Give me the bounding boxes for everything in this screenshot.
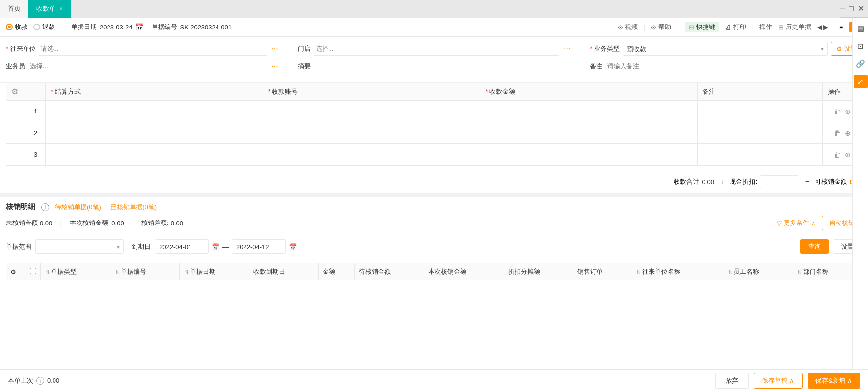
row2-copy-icon[interactable]: ⊕ — [845, 129, 851, 137]
print-action[interactable]: 🖨 打印 — [725, 23, 746, 31]
radio-refund-circle — [33, 24, 40, 30]
row1-amount-cell[interactable] — [480, 101, 698, 122]
restore-icon[interactable]: □ — [849, 4, 854, 13]
bt-settings-gear-icon[interactable]: ⚙ — [10, 268, 16, 276]
history-icon: ⊞ — [778, 24, 784, 31]
hexiao-title: 核销明细 — [6, 202, 35, 212]
bt-select-all-checkbox[interactable] — [30, 268, 36, 274]
minimize-icon[interactable]: ─ — [840, 4, 845, 13]
bt-col-amount-label: 金额 — [323, 268, 335, 275]
operations-label: 操作 — [760, 23, 772, 31]
row2-amount-cell[interactable] — [480, 122, 698, 144]
staff-ellipsis-icon[interactable]: ··· — [271, 62, 278, 71]
nav-next-icon[interactable]: ▶ — [823, 23, 829, 31]
col-settings-header[interactable]: ⚙ — [6, 83, 26, 101]
row3-delete-icon[interactable]: 🗑 — [834, 151, 841, 159]
radio-receive[interactable]: 收款 — [6, 23, 27, 31]
date-calendar-to-icon[interactable]: 📅 — [289, 243, 297, 251]
remark-field: 备注 — [590, 59, 862, 73]
sidebar-icon-link[interactable]: 🔗 — [854, 57, 868, 71]
row1-copy-icon[interactable]: ⊕ — [845, 108, 851, 115]
radio-refund[interactable]: 退款 — [33, 23, 55, 31]
store-input[interactable] — [314, 42, 559, 56]
col-settlement-header: 结算方式 — [46, 83, 263, 101]
save-draft-button[interactable]: 保存草稿 ∧ — [754, 373, 803, 389]
sidebar-icon-expand[interactable]: ⤢ — [854, 75, 868, 88]
abandon-button[interactable]: 放弃 — [715, 373, 749, 389]
nav-prev-icon[interactable]: ◀ — [817, 23, 822, 31]
row3-amount-cell[interactable] — [480, 144, 698, 166]
row2-remark-cell[interactable] — [698, 122, 823, 144]
discount-input[interactable] — [760, 175, 799, 188]
form-section: 往来单位 ··· 门店 ··· 业务类型 预收款 ▼ — [0, 37, 868, 83]
counterpart-ellipsis-icon[interactable]: ··· — [271, 44, 278, 53]
row2-account-cell[interactable] — [263, 122, 480, 144]
shortcut-label: 快捷键 — [696, 23, 715, 31]
discount-field: 现金折扣: — [730, 175, 799, 188]
shortcut-action[interactable]: ⊟ 快捷键 — [685, 22, 719, 32]
tab-active[interactable]: 收款单 × — [28, 0, 71, 18]
doc-date-calendar-icon[interactable]: 📅 — [136, 23, 144, 31]
counterpart-label: 往来单位 — [6, 44, 36, 53]
sidebar-icon-grid[interactable]: ⊡ — [854, 39, 868, 53]
form-row-2: 业务员 ··· 摘要 备注 — [6, 59, 862, 73]
close-window-icon[interactable]: ✕ — [858, 4, 864, 13]
total-value: 0.00 — [702, 178, 714, 186]
row3-settings-cell — [6, 144, 26, 166]
remark-input[interactable] — [605, 59, 862, 73]
help-action[interactable]: ⊙ 帮助 — [651, 23, 671, 31]
row3-settlement-cell[interactable] — [46, 144, 263, 166]
video-action[interactable]: ⊙ 视频 — [618, 23, 638, 31]
query-button[interactable]: 查询 — [800, 239, 829, 254]
row1-settlement-cell[interactable] — [46, 101, 263, 122]
row3-account-cell[interactable] — [263, 144, 480, 166]
row3-num: 3 — [34, 151, 37, 158]
row1-account-cell[interactable] — [263, 101, 480, 122]
date-to-input[interactable] — [232, 239, 286, 254]
row3-copy-icon[interactable]: ⊕ — [845, 151, 851, 159]
doc-no-label: 单据编号 — [152, 23, 177, 31]
print-label: 打印 — [733, 23, 746, 31]
save-new-button[interactable]: 保存&新增 ∧ — [808, 373, 860, 389]
tab-link-pending[interactable]: 待核销单据(0笔) — [55, 203, 101, 212]
table-settings-gear-icon[interactable]: ⚙ — [11, 87, 18, 96]
history-action[interactable]: ⊞ 历史单据 — [778, 23, 811, 31]
row2-settlement-cell[interactable] — [46, 122, 263, 144]
row3-remark-cell[interactable] — [698, 144, 823, 166]
bt-col-checkbox — [26, 263, 41, 280]
tab-link-done[interactable]: 已核销单据(0笔) — [110, 203, 157, 212]
row1-remark-cell[interactable] — [698, 101, 823, 122]
row2-num: 2 — [34, 129, 37, 137]
row1-delete-icon[interactable]: 🗑 — [834, 108, 841, 115]
date-from-input[interactable] — [155, 239, 209, 254]
staff-field: 业务员 ··· — [6, 59, 278, 73]
radio-refund-label: 退款 — [42, 23, 55, 31]
bottom-info-icon[interactable]: i — [36, 377, 44, 385]
view-list-icon[interactable]: ≡ — [835, 22, 847, 32]
row2-delete-icon[interactable]: 🗑 — [834, 129, 841, 137]
row3-num-cell: 3 — [26, 144, 46, 166]
more-conditions-btn[interactable]: ▽ 更多条件 ∧ — [777, 219, 816, 227]
diff-label: 核销差额: — [141, 219, 169, 227]
operations-action[interactable]: 操作 — [760, 23, 772, 31]
staff-input[interactable] — [28, 59, 267, 73]
bt-col-discount-label: 折扣分摊额 — [508, 268, 540, 275]
radio-receive-circle — [6, 24, 13, 30]
tab-close-icon[interactable]: × — [59, 5, 63, 12]
doc-range-select[interactable] — [35, 239, 124, 254]
bt-col-settings[interactable]: ⚙ — [6, 263, 26, 280]
doc-range-select-wrapper: ▼ — [35, 239, 124, 254]
store-ellipsis-icon[interactable]: ··· — [564, 44, 570, 53]
biz-type-select[interactable]: 预收款 — [623, 42, 828, 56]
hexiao-info-icon[interactable]: i — [41, 203, 49, 211]
query-label: 查询 — [808, 243, 821, 250]
summary-input[interactable] — [314, 59, 570, 73]
counterpart-input[interactable] — [39, 42, 267, 56]
help-icon: ⊙ — [651, 24, 656, 31]
bt-col-doc-date-label: 单据日期 — [190, 268, 216, 275]
col-remark-header: 备注 — [698, 83, 823, 101]
date-calendar-from-icon[interactable]: 📅 — [212, 243, 219, 251]
sidebar-icon-table[interactable]: ▤ — [854, 22, 868, 35]
tab-home[interactable]: 首页 — [0, 0, 28, 18]
toolbar: 收款 退款 单据日期 2023-03-24 📅 单据编号 SK-20230324… — [0, 18, 868, 37]
